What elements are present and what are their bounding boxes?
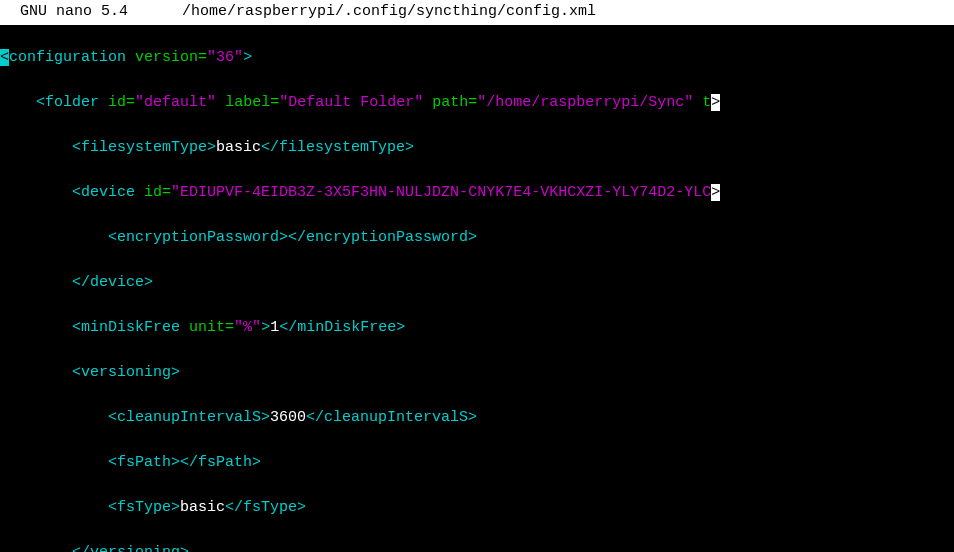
overflow-indicator: > — [711, 94, 720, 111]
overflow-indicator: > — [711, 184, 720, 201]
file-path: /home/raspberrypi/.config/syncthing/conf… — [182, 1, 596, 24]
editor-area[interactable]: <configuration version="36"> <folder id=… — [0, 25, 954, 553]
app-name: GNU nano 5.4 — [2, 1, 128, 24]
cursor: < — [0, 49, 9, 66]
titlebar: GNU nano 5.4 /home/raspberrypi/.config/s… — [0, 0, 954, 25]
